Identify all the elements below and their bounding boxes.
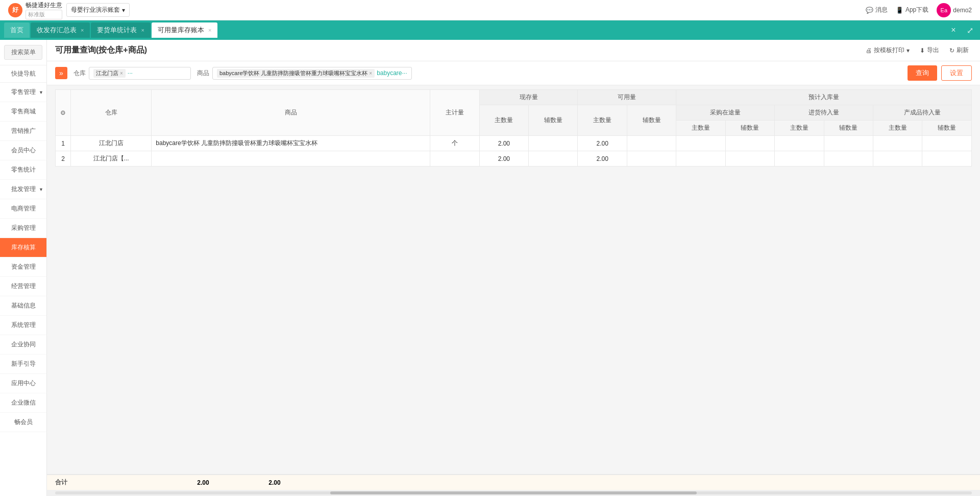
sidebar-item-retail-stats[interactable]: 零售统计 — [0, 160, 46, 180]
th-unit: 主计量 — [430, 90, 479, 136]
row-warehouse: 江北门店 — [71, 136, 152, 151]
warehouse-filter-group: 仓库 江北门店 × ··· — [74, 67, 191, 80]
warehouse-tag: 江北门店 × — [93, 69, 126, 78]
row-available-aux — [627, 151, 676, 167]
tab-order-stats[interactable]: 要货单统计表 × — [91, 22, 150, 38]
tab-available-close[interactable]: × — [208, 27, 211, 33]
scrollbar-thumb[interactable] — [330, 491, 697, 494]
th-product: 商品 — [152, 90, 430, 136]
product-input[interactable]: babycare学饮杯 儿童防摔防撞吸管杯重力球吸嘴杯宝宝水杯 × babyca… — [212, 67, 412, 80]
sidebar-item-finance-mgmt[interactable]: 资金管理 — [0, 257, 46, 277]
print-dropdown-icon: ▾ — [906, 47, 910, 54]
table-footer: 合计 2.00 2.00 — [47, 474, 980, 490]
dropdown-icon: ▾ — [122, 7, 125, 14]
refresh-label: 刷新 — [957, 46, 969, 55]
sidebar-item-basic-info[interactable]: 基础信息 — [0, 296, 46, 316]
message-icon: 💬 — [866, 7, 873, 14]
table-container: ⚙ 仓库 商品 主计量 现存量 可用量 预计入库量 主数量 辅数量 主数量 辅数… — [47, 85, 980, 474]
export-btn[interactable]: ⬇ 导出 — [917, 44, 942, 57]
row-current-aux — [529, 136, 578, 151]
footer-label: 合计 — [55, 478, 67, 487]
sidebar-item-marketing[interactable]: 营销推广 — [0, 122, 46, 141]
sidebar-item-member[interactable]: 畅会员 — [0, 413, 46, 432]
tab-available-inventory[interactable]: 可用量库存账本 × — [152, 22, 217, 38]
row-current-main: 2.00 — [479, 151, 528, 167]
sidebar-item-inventory-check[interactable]: 库存核算 — [0, 238, 46, 257]
logo-text: 畅捷通好生意 — [26, 1, 62, 10]
top-header: 好 畅捷通好生意 标准版 母婴行业演示账套 ▾ 💬 消息 📱 App下载 Ea … — [0, 0, 980, 20]
row-pur-transit-main — [676, 136, 725, 151]
settings-btn[interactable]: 设置 — [941, 65, 972, 81]
th-product-aux: 辅数量 — [922, 121, 972, 136]
sidebar-item-app-center[interactable]: 应用中心 — [0, 374, 46, 393]
sidebar-item-retail-mall[interactable]: 零售商城 — [0, 102, 46, 122]
row-available-aux — [627, 136, 676, 151]
search-menu-btn[interactable]: 搜索菜单 — [4, 45, 42, 60]
sidebar-item-operation-mgmt[interactable]: 经营管理 — [0, 277, 46, 296]
app-download-action[interactable]: 📱 App下载 — [896, 6, 928, 14]
row-inbound-aux — [824, 136, 873, 151]
warehouse-input[interactable]: 江北门店 × ··· — [89, 67, 191, 80]
tab-receive-close[interactable]: × — [81, 27, 84, 33]
warehouse-tag-close[interactable]: × — [120, 70, 123, 76]
product-filter-group: 商品 babycare学饮杯 儿童防摔防撞吸管杯重力球吸嘴杯宝宝水杯 × bab… — [197, 67, 412, 80]
tab-receive-summary[interactable]: 收发存汇总表 × — [31, 22, 90, 38]
sidebar-item-system-mgmt[interactable]: 系统管理 — [0, 316, 46, 335]
print-label: 按模板打印 — [874, 46, 904, 55]
main-layout: 搜索菜单 快捷导航 零售管理 零售商城 营销推广 会员中心 零售统计 批发管理 … — [0, 40, 980, 496]
download-icon: 📱 — [896, 7, 903, 14]
filter-actions: 查询 设置 — [908, 65, 972, 81]
refresh-btn[interactable]: ↻ 刷新 — [946, 44, 972, 57]
th-product-pending: 产成品待入量 — [873, 105, 971, 121]
user-avatar-area[interactable]: Ea demo2 — [937, 3, 972, 17]
print-icon: 🖨 — [866, 47, 872, 54]
quick-nav-btn[interactable]: 快捷导航 — [0, 65, 46, 83]
sidebar-item-enterprise-wechat[interactable]: 企业微信 — [0, 393, 46, 413]
close-tab-icon[interactable]: × — [947, 24, 960, 36]
sidebar-item-wholesale-mgmt[interactable]: 批发管理 — [0, 180, 46, 199]
query-btn[interactable]: 查询 — [908, 65, 937, 81]
warehouse-label: 仓库 — [74, 69, 86, 78]
product-tag-close[interactable]: × — [369, 70, 372, 76]
sidebar-item-retail-mgmt[interactable]: 零售管理 — [0, 83, 46, 102]
product-tag-text: babycare学饮杯 儿童防摔防撞吸管杯重力球吸嘴杯宝宝水杯 — [219, 69, 368, 77]
row-product: babycare学饮杯 儿童防摔防撞吸管杯重力球吸嘴杯宝宝水杯 — [152, 136, 430, 151]
th-available-main: 主数量 — [578, 105, 627, 136]
sidebar-item-ecommerce-mgmt[interactable]: 电商管理 — [0, 199, 46, 219]
filter-toggle-btn[interactable]: » — [55, 67, 67, 79]
industry-selector[interactable]: 母婴行业演示账套 ▾ — [66, 3, 130, 17]
warehouse-more[interactable]: ··· — [128, 69, 133, 77]
row-pur-transit-aux — [725, 136, 774, 151]
tab-order-close[interactable]: × — [141, 27, 144, 33]
app-download-label: App下载 — [905, 6, 928, 14]
row-index: 2 — [56, 151, 71, 167]
tab-order-label: 要货单统计表 — [97, 26, 137, 35]
th-pur-transit-main: 主数量 — [676, 121, 725, 136]
maximize-icon[interactable]: ⤢ — [964, 24, 976, 36]
table-row: 1 江北门店 babycare学饮杯 儿童防摔防撞吸管杯重力球吸嘴杯宝宝水杯 个… — [56, 136, 972, 151]
product-tag: babycare学饮杯 儿童防摔防撞吸管杯重力球吸嘴杯宝宝水杯 × — [217, 69, 375, 78]
content-area: 可用量查询(按仓库+商品) 🖨 按模板打印 ▾ ⬇ 导出 ↻ 刷新 » — [47, 40, 980, 496]
refresh-icon: ↻ — [949, 47, 954, 54]
tab-home[interactable]: 首页 — [4, 22, 30, 38]
row-warehouse: 江北门店【... — [71, 151, 152, 167]
sidebar-item-new-guide[interactable]: 新手引导 — [0, 355, 46, 374]
table-row: 2 江北门店【... 2.00 2.00 — [56, 151, 972, 167]
settings-gear-icon[interactable]: ⚙ — [60, 109, 66, 116]
th-inbound-pending: 进货待入量 — [775, 105, 873, 121]
print-btn[interactable]: 🖨 按模板打印 ▾ — [863, 44, 913, 57]
sidebar-item-member-center[interactable]: 会员中心 — [0, 141, 46, 160]
scrollbar-area — [47, 490, 980, 496]
footer-values: 2.00 2.00 — [76, 479, 972, 486]
product-more[interactable]: babycare··· — [377, 69, 407, 77]
th-purchase-transit: 采购在途量 — [676, 105, 775, 121]
tab-receive-label: 收发存汇总表 — [37, 26, 77, 35]
message-label: 消息 — [875, 6, 888, 14]
user-avatar: Ea — [937, 3, 951, 17]
sidebar-item-purchase-mgmt[interactable]: 采购管理 — [0, 219, 46, 238]
sidebar-item-enterprise-collab[interactable]: 企业协同 — [0, 335, 46, 355]
nav-tabs: 首页 收发存汇总表 × 要货单统计表 × 可用量库存账本 × × ⤢ — [0, 20, 980, 40]
export-icon: ⬇ — [920, 47, 925, 54]
message-action[interactable]: 💬 消息 — [866, 6, 888, 14]
page-actions: 🖨 按模板打印 ▾ ⬇ 导出 ↻ 刷新 — [863, 44, 972, 57]
